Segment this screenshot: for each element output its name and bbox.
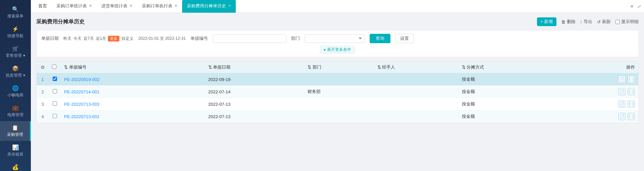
row-more-icon-2[interactable]: ⋮⋮ [628, 88, 635, 95]
doc-num-label: 单据编号 [191, 35, 208, 41]
row-select-checkbox[interactable] [53, 114, 57, 118]
sidebar-item-label: 快捷导航 [7, 33, 23, 39]
sidebar-item-资金管理[interactable]: 💰资金管理 [0, 161, 31, 171]
filter-area: 单据日期 昨天 今天 近7天 近1月 更多 自定义 2022-01-01 至 2… [36, 30, 639, 57]
col-doc-num[interactable]: ⇅ 单据编号 [61, 62, 205, 73]
tab-close-icon[interactable]: ✕ [89, 4, 92, 8]
row-view-icon-3[interactable]: 📄 [618, 100, 626, 108]
row-checkbox-1[interactable] [49, 73, 61, 86]
sidebar-item-库存核算[interactable]: 📊库存核算 [0, 141, 31, 161]
row-checkbox-4[interactable] [49, 110, 61, 123]
sidebar-icon: ⚡ [12, 26, 19, 32]
row-actions-4: 📄 ⋮⋮ [558, 110, 638, 123]
today-shortcut[interactable]: 今天 [73, 36, 82, 41]
col-alloc-method[interactable]: ⇅ 分摊方式 [459, 62, 558, 73]
show-columns-label[interactable]: 显示明细 [615, 19, 639, 25]
sidebar-item-label: 采购管理 [7, 132, 23, 138]
page-title: 采购费用分摊单历史 [36, 18, 85, 25]
row-doc-date-4: 2022-07-13 [205, 110, 305, 123]
row-view-icon-4[interactable]: 📄 [618, 113, 626, 120]
add-button[interactable]: + 新增 [537, 17, 556, 26]
tab-label: 采购订单统计表 [56, 3, 87, 9]
row-doc-num-2[interactable]: PE-20220714-001 [61, 86, 205, 98]
row-doc-date-1: 2022-09-19 [205, 73, 305, 86]
last7days-shortcut[interactable]: 近7天 [84, 36, 94, 41]
row-doc-num-4[interactable]: PE-20220713-001 [61, 110, 205, 123]
sidebar-icon: 🔍 [12, 6, 19, 12]
sidebar-item-搜索菜单[interactable]: 🔍搜索菜单 [0, 3, 31, 22]
doc-num-input[interactable] [213, 34, 286, 43]
refresh-button[interactable]: ↺ 刷新 [597, 19, 611, 25]
sidebar-item-label: 批发管理 ▾ [6, 73, 25, 78]
row-select-checkbox[interactable] [53, 89, 57, 93]
col-doc-date[interactable]: ⇅ 单据日期 [205, 62, 305, 73]
settings-button[interactable]: 设置 [395, 34, 414, 43]
sidebar-item-快捷导航[interactable]: ⚡快捷导航 [0, 22, 31, 42]
sidebar-icon: 📊 [12, 144, 19, 151]
checkbox-col-header[interactable] [49, 62, 61, 73]
row-checkbox-3[interactable] [49, 98, 61, 110]
tab-进货单统计表[interactable]: 进货单统计表✕ [97, 0, 137, 13]
row-actions-2: 📄 ⋮⋮ [558, 86, 638, 98]
tab-close-icon[interactable]: ✕ [129, 4, 132, 8]
row-handler-3 [374, 98, 459, 110]
row-dept-3 [304, 98, 374, 110]
select-all-checkbox[interactable] [52, 65, 56, 69]
row-alloc-method-4: 按金额 [459, 110, 558, 123]
table-settings-icon[interactable]: ⚙ [41, 65, 45, 70]
sidebar: 🔍搜索菜单⚡快捷导航🛒零售管理 ▾📦批发管理 ▾🌐小畅电商💼电商管理📋采购管理📊… [0, 0, 31, 171]
tab-close-icon[interactable]: ✕ [228, 4, 231, 8]
close-window-icon[interactable]: ✕ [630, 4, 634, 9]
row-view-icon-2[interactable]: 📄 [618, 88, 626, 95]
tab-采购费用分摊单历史[interactable]: 采购费用分摊单历史✕ [182, 0, 236, 13]
tab-采购订单执行表[interactable]: 采购订单执行表✕ [137, 0, 182, 13]
col-dept[interactable]: ⇅ 部门 [304, 62, 374, 73]
row-more-icon-1[interactable]: ⋮⋮ [628, 76, 635, 83]
sidebar-item-label: 零售管理 ▾ [6, 53, 25, 59]
row-select-checkbox[interactable] [53, 77, 57, 81]
dept-select[interactable] [305, 34, 365, 43]
row-handler-1 [374, 73, 459, 86]
sidebar-icon: 📋 [12, 124, 18, 131]
yesterday-shortcut[interactable]: 昨天 [63, 36, 71, 41]
expand-filter-button[interactable]: ▾ 展开更多条件 [320, 46, 355, 54]
tab-label: 采购订单执行表 [142, 3, 172, 9]
more-shortcut[interactable]: 更多 [108, 36, 119, 41]
show-columns-checkbox[interactable] [615, 20, 620, 24]
row-more-icon-3[interactable]: ⋮⋮ [628, 100, 635, 108]
tab-采购订单统计表[interactable]: 采购订单统计表✕ [52, 0, 97, 13]
row-view-icon-1[interactable]: 📄 [618, 76, 626, 83]
doc-num-link[interactable]: PE-20220713-003 [64, 102, 100, 107]
sidebar-item-label: 库存核算 [7, 152, 23, 157]
sidebar-item-电商管理[interactable]: 💼电商管理 [0, 101, 31, 121]
col-handler[interactable]: ⇅ 经手人 [374, 62, 459, 73]
doc-num-link[interactable]: PE-20220714-001 [64, 89, 100, 94]
expand-window-icon[interactable]: ⤢ [637, 4, 641, 9]
sidebar-item-零售管理[interactable]: 🛒零售管理 ▾ [0, 42, 31, 62]
query-button[interactable]: 查询 [370, 34, 390, 43]
sidebar-item-批发管理[interactable]: 📦批发管理 ▾ [0, 62, 31, 82]
doc-num-link[interactable]: PE-20220713-001 [64, 114, 100, 119]
doc-num-link[interactable]: PE-20220919-002 [64, 77, 100, 82]
row-doc-num-3[interactable]: PE-20220713-003 [61, 98, 205, 110]
delete-button[interactable]: 🗑 删除 [561, 19, 576, 25]
row-select-checkbox[interactable] [53, 101, 57, 106]
settings-col-header[interactable]: ⚙ [37, 62, 49, 73]
row-doc-num-1[interactable]: PE-20220919-002 [61, 73, 205, 86]
export-button[interactable]: ↑ 导出 [580, 19, 593, 25]
sidebar-item-小畅电商[interactable]: 🌐小畅电商 [0, 82, 31, 101]
tab-close-icon[interactable]: ✕ [174, 4, 177, 8]
date-filter-label: 单据日期 [41, 35, 59, 41]
sidebar-item-采购管理[interactable]: 📋采购管理 [0, 121, 31, 141]
row-checkbox-2[interactable] [49, 86, 61, 98]
tab-首页[interactable]: 首页 [34, 0, 52, 13]
filter-row-1: 单据日期 昨天 今天 近7天 近1月 更多 自定义 2022-01-01 至 2… [41, 34, 634, 43]
custom-shortcut[interactable]: 自定义 [121, 36, 133, 41]
last1month-shortcut[interactable]: 近1月 [96, 36, 106, 41]
date-range-display[interactable]: 2022-01-01 至 2022-12-31 [138, 36, 185, 41]
delete-icon: 🗑 [561, 19, 566, 24]
row-more-icon-4[interactable]: ⋮⋮ [628, 113, 635, 120]
table-row: 3 PE-20220713-003 2022-07-13 按金额 📄 ⋮⋮ [37, 98, 638, 110]
refresh-icon: ↺ [597, 19, 601, 24]
content-area: 采购费用分摊单历史 + 新增 🗑 删除 ↑ 导出 ↺ 刷新 显示明细 [31, 13, 644, 171]
